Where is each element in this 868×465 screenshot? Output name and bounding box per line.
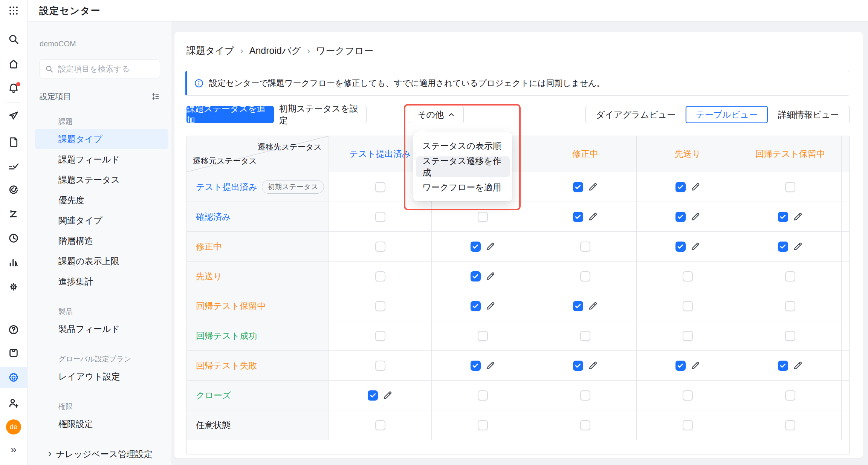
edit-pencil-icon[interactable] bbox=[485, 241, 495, 252]
checkbox-unchecked[interactable] bbox=[478, 420, 488, 430]
checkbox-unchecked[interactable] bbox=[785, 420, 795, 430]
checkbox-checked[interactable] bbox=[675, 242, 686, 252]
edit-pencil-icon[interactable] bbox=[485, 301, 495, 311]
row-status-label[interactable]: 任意状態 bbox=[196, 419, 231, 431]
automation-gear-icon[interactable] bbox=[8, 281, 19, 292]
checkbox-unchecked[interactable] bbox=[375, 271, 385, 281]
collapse-sidebar-icon[interactable] bbox=[11, 444, 17, 455]
row-status-label[interactable]: クローズ bbox=[196, 390, 231, 401]
file-export-icon[interactable] bbox=[8, 136, 19, 148]
column-header[interactable]: 回帰テスト保留中 bbox=[739, 136, 841, 172]
add-status-button[interactable]: 課題ステータスを追加 bbox=[186, 106, 274, 123]
task-checklist-icon[interactable] bbox=[8, 160, 19, 171]
checkbox-unchecked[interactable] bbox=[580, 242, 590, 252]
checkbox-checked[interactable] bbox=[573, 301, 583, 311]
row-status-label[interactable]: 回帰テスト保留中 bbox=[196, 300, 266, 312]
row-status-label[interactable]: 回帰テスト失敗 bbox=[196, 360, 257, 372]
edit-pencil-icon[interactable] bbox=[485, 360, 495, 371]
add-member-icon[interactable] bbox=[8, 398, 19, 409]
checkbox-unchecked[interactable] bbox=[785, 301, 795, 311]
row-status-label[interactable]: 修正中 bbox=[196, 241, 222, 252]
checkbox-unchecked[interactable] bbox=[375, 301, 385, 311]
edit-pencil-icon[interactable] bbox=[382, 390, 393, 401]
sort-list-icon[interactable] bbox=[151, 92, 160, 101]
row-status-label[interactable]: 回帰テスト成功 bbox=[196, 330, 257, 342]
edit-pencil-icon[interactable] bbox=[587, 301, 598, 311]
sidebar-item[interactable]: 課題フィールド bbox=[35, 149, 168, 170]
row-status-label[interactable]: テスト提出済み bbox=[196, 181, 257, 193]
search-icon[interactable] bbox=[8, 34, 19, 45]
checkbox-checked[interactable] bbox=[471, 301, 481, 311]
sidebar-item[interactable]: 権限設定 bbox=[35, 414, 168, 434]
row-status-label[interactable]: 確認済み bbox=[196, 211, 231, 223]
checkbox-checked[interactable] bbox=[368, 390, 378, 401]
edit-pencil-icon[interactable] bbox=[690, 360, 700, 371]
edit-pencil-icon[interactable] bbox=[485, 271, 495, 281]
target-icon[interactable] bbox=[8, 184, 19, 195]
edit-pencil-icon[interactable] bbox=[690, 211, 700, 222]
checkbox-unchecked[interactable] bbox=[683, 271, 693, 281]
help-icon[interactable] bbox=[8, 324, 19, 335]
menu-item[interactable]: ステータス遷移を作成 bbox=[416, 156, 510, 177]
checkbox-checked[interactable] bbox=[675, 212, 686, 222]
checkbox-unchecked[interactable] bbox=[375, 182, 385, 192]
checkbox-checked[interactable] bbox=[471, 242, 481, 252]
view-tab[interactable]: テーブルビュー bbox=[685, 106, 768, 123]
checkbox-unchecked[interactable] bbox=[785, 182, 795, 192]
send-plane-icon[interactable] bbox=[8, 110, 19, 121]
search-box[interactable] bbox=[40, 60, 160, 78]
sidebar-item[interactable]: 進捗集計 bbox=[35, 271, 168, 292]
checkbox-checked[interactable] bbox=[778, 242, 788, 252]
checkbox-unchecked[interactable] bbox=[375, 420, 385, 430]
checkbox-unchecked[interactable] bbox=[375, 212, 385, 222]
apps-grid-icon[interactable] bbox=[8, 5, 19, 16]
feedback-bag-icon[interactable] bbox=[8, 347, 19, 358]
sidebar-item[interactable]: 関連タイプ bbox=[35, 210, 168, 231]
checkbox-checked[interactable] bbox=[778, 212, 788, 222]
checkbox-unchecked[interactable] bbox=[580, 420, 590, 430]
sidebar-item[interactable]: レイアウト設定 bbox=[35, 366, 168, 387]
checkbox-checked[interactable] bbox=[675, 182, 686, 192]
clock-icon[interactable] bbox=[8, 232, 19, 244]
checkbox-unchecked[interactable] bbox=[375, 242, 385, 252]
sidebar-item[interactable]: 課題の表示上限 bbox=[35, 251, 168, 271]
checkbox-unchecked[interactable] bbox=[580, 271, 590, 281]
menu-item[interactable]: ワークフローを適用 bbox=[416, 177, 510, 198]
home-icon[interactable] bbox=[8, 58, 19, 70]
workflow-zigzag-icon[interactable] bbox=[8, 208, 19, 220]
checkbox-checked[interactable] bbox=[471, 271, 481, 281]
avatar[interactable]: de bbox=[6, 419, 21, 434]
checkbox-unchecked[interactable] bbox=[478, 331, 488, 341]
breadcrumb-item[interactable]: 課題タイプ bbox=[186, 44, 234, 57]
sidebar-item[interactable]: 優先度 bbox=[35, 190, 168, 210]
checkbox-unchecked[interactable] bbox=[375, 331, 385, 341]
checkbox-unchecked[interactable] bbox=[580, 390, 590, 401]
checkbox-unchecked[interactable] bbox=[785, 390, 795, 401]
row-status-label[interactable]: 先送り bbox=[196, 271, 222, 282]
menu-item[interactable]: ステータスの表示順 bbox=[416, 136, 510, 156]
checkbox-unchecked[interactable] bbox=[478, 212, 488, 222]
view-tab[interactable]: ダイアグラムビュー bbox=[586, 106, 686, 123]
edit-pencil-icon[interactable] bbox=[587, 360, 598, 371]
edit-pencil-icon[interactable] bbox=[792, 241, 803, 252]
column-header[interactable]: 先送り bbox=[636, 136, 739, 172]
more-button[interactable]: その他 bbox=[409, 106, 464, 123]
checkbox-unchecked[interactable] bbox=[478, 390, 488, 401]
checkbox-unchecked[interactable] bbox=[580, 331, 590, 341]
bar-chart-icon[interactable] bbox=[8, 257, 19, 268]
checkbox-checked[interactable] bbox=[573, 212, 583, 222]
breadcrumb-item[interactable]: Androidバグ bbox=[249, 44, 301, 57]
search-input[interactable] bbox=[57, 64, 154, 74]
edit-pencil-icon[interactable] bbox=[690, 241, 700, 252]
sidebar-item[interactable]: 階層構造 bbox=[35, 231, 168, 251]
set-initial-status-button[interactable]: 初期ステータスを設定 bbox=[279, 106, 367, 123]
checkbox-checked[interactable] bbox=[573, 361, 583, 371]
sidebar-item[interactable]: 課題ステータス bbox=[35, 170, 168, 190]
sidebar-item[interactable]: 製品フィールド bbox=[35, 319, 168, 339]
edit-pencil-icon[interactable] bbox=[690, 182, 700, 192]
edit-pencil-icon[interactable] bbox=[587, 182, 598, 192]
edit-pencil-icon[interactable] bbox=[792, 211, 803, 222]
checkbox-checked[interactable] bbox=[573, 182, 583, 192]
checkbox-unchecked[interactable] bbox=[375, 361, 385, 371]
checkbox-unchecked[interactable] bbox=[683, 331, 693, 341]
